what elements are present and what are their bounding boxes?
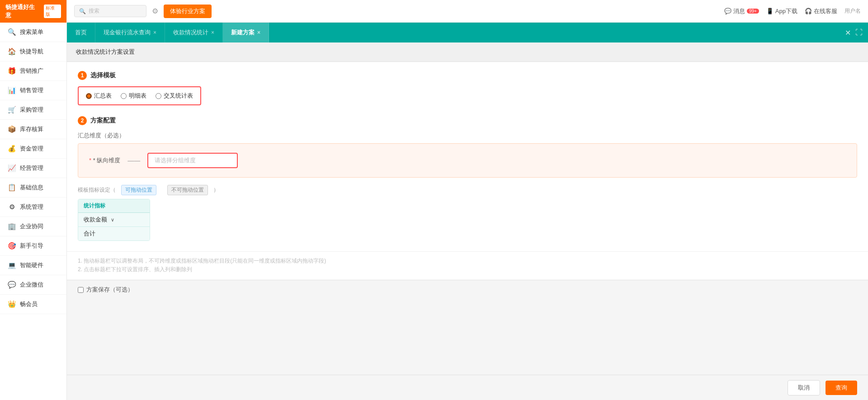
step2-title: 方案配置 <box>90 117 116 125</box>
metrics-row-0[interactable]: 收款金额 ∨ <box>78 213 150 227</box>
sidebar-item-label: 畅会员 <box>20 300 38 308</box>
no-drag-badge: 不可拖动位置 <box>167 185 208 195</box>
sidebar: 畅捷通好生意 标准版 🔍 搜索菜单 🏠 快捷导航 🎁 营销推广 📊 销售管理 🛒… <box>0 0 67 400</box>
metrics-row-1: 合计 <box>78 227 150 240</box>
metrics-hint: 模板指标设定（ 可拖动位置 不可拖动位置 ） <box>78 185 857 195</box>
message-btn[interactable]: 💬 消息 99+ <box>724 7 759 15</box>
metrics-row-1-label: 合计 <box>84 230 95 238</box>
metrics-header: 统计指标 <box>78 199 150 213</box>
dim-arrow: —— <box>127 157 140 164</box>
save-label: 方案保存（可选） <box>86 286 133 294</box>
metrics-row-0-label: 收款金额 <box>84 216 107 224</box>
sidebar-item-purchase[interactable]: 🛒 采购管理 <box>0 100 66 120</box>
step2-label: 2 方案配置 <box>78 116 857 125</box>
username-display: 用户名 <box>844 7 861 15</box>
radio-detail-label: 明细表 <box>129 92 146 100</box>
step1-label: 1 选择模板 <box>78 71 857 80</box>
building-icon: 🏢 <box>7 222 16 231</box>
sidebar-item-search-menu[interactable]: 🔍 搜索菜单 <box>0 23 66 42</box>
tab-new-plan-label: 新建方案 <box>231 28 255 37</box>
download-icon: 📱 <box>766 8 774 14</box>
tab-receipt-stats[interactable]: 收款情况统计 × <box>165 23 223 42</box>
app-label: App下载 <box>775 7 797 15</box>
save-checkbox-input[interactable] <box>78 287 84 293</box>
sidebar-item-enterprise[interactable]: 🏢 企业协同 <box>0 217 66 236</box>
crown-icon: 👑 <box>7 300 16 308</box>
tab-receipt-stats-close[interactable]: × <box>211 29 214 36</box>
metrics-chevron-icon[interactable]: ∨ <box>111 217 114 223</box>
clipboard-icon: 📋 <box>7 184 16 192</box>
search-menu-icon: 🔍 <box>7 28 16 36</box>
tabbar-controls: ✕ ⛶ <box>840 23 868 42</box>
sidebar-item-newbie[interactable]: 🎯 新手引导 <box>0 236 66 256</box>
vertical-dim-text: * 纵向维度 <box>93 157 121 164</box>
sidebar-item-marketing[interactable]: 🎁 营销推广 <box>0 61 66 81</box>
trial-btn[interactable]: 体验行业方案 <box>164 5 212 18</box>
sidebar-item-finance[interactable]: 💰 资金管理 <box>0 139 66 159</box>
query-button[interactable]: 查询 <box>826 381 857 395</box>
radio-detail-input[interactable] <box>121 93 127 99</box>
sidebar-item-operation[interactable]: 📈 经营管理 <box>0 159 66 178</box>
radio-summary[interactable]: 汇总表 <box>86 92 112 100</box>
tips-section: 1. 拖动标题栏可以调整布局，不可跨维度或指标区域拖动栏目段(只能在同一维度或指… <box>67 251 868 280</box>
content-area: 收款情况统计方案设置 1 选择模板 汇总表 <box>67 42 868 375</box>
sidebar-item-wechat[interactable]: 💬 企业微信 <box>0 275 66 295</box>
operation-icon: 📈 <box>7 164 16 172</box>
home-icon: 🏠 <box>7 47 16 56</box>
sidebar-item-inventory[interactable]: 📦 库存核算 <box>0 120 66 139</box>
step1-num: 1 <box>78 71 87 80</box>
radio-cross-input[interactable] <box>156 93 161 99</box>
sidebar-item-smart-hw[interactable]: 💻 智能硬件 <box>0 256 66 275</box>
sidebar-item-label: 企业微信 <box>20 281 43 289</box>
vertical-dim-label: * * 纵向维度 <box>89 156 120 165</box>
sidebar-item-label: 销售管理 <box>20 86 43 94</box>
radio-cross[interactable]: 交叉统计表 <box>156 92 193 100</box>
sidebar-item-label: 新手引导 <box>20 242 43 250</box>
sidebar-item-quick-nav[interactable]: 🏠 快捷导航 <box>0 42 66 61</box>
tab-home[interactable]: 首页 <box>67 23 95 42</box>
cancel-button[interactable]: 取消 <box>788 380 820 395</box>
sidebar-item-basic-info[interactable]: 📋 基础信息 <box>0 178 66 198</box>
box-icon: 📦 <box>7 125 16 133</box>
tab-cash-flow-close[interactable]: × <box>153 29 156 36</box>
drag-badge: 可拖动位置 <box>121 185 156 195</box>
dimension-area: * * 纵向维度 —— 请选择分组维度 <box>78 143 857 178</box>
target-icon: 🎯 <box>7 242 16 250</box>
expand-window-icon[interactable]: ⛶ <box>855 28 863 37</box>
step2-num: 2 <box>78 116 87 125</box>
sidebar-item-sales[interactable]: 📊 销售管理 <box>0 81 66 100</box>
search-box[interactable]: 🔍 搜索 <box>74 5 146 17</box>
online-service-btn[interactable]: 🎧 在线客服 <box>805 7 837 15</box>
radio-detail[interactable]: 明细表 <box>121 92 146 100</box>
radio-summary-label: 汇总表 <box>94 92 112 100</box>
save-section: 方案保存（可选） <box>67 280 868 299</box>
vertical-dim-row: * * 纵向维度 —— 请选择分组维度 <box>89 153 846 168</box>
step1-title: 选择模板 <box>90 71 116 80</box>
close-window-icon[interactable]: ✕ <box>845 28 851 37</box>
tab-new-plan[interactable]: 新建方案 × <box>223 23 269 42</box>
sidebar-item-member[interactable]: 👑 畅会员 <box>0 295 66 314</box>
chat-icon: 💬 <box>7 281 16 289</box>
save-checkbox-label[interactable]: 方案保存（可选） <box>78 286 133 294</box>
radio-summary-input[interactable] <box>86 93 92 99</box>
tab-receipt-stats-label: 收款情况统计 <box>173 28 208 37</box>
settings-icon[interactable]: ⚙ <box>152 7 158 15</box>
cart-icon: 🛒 <box>7 106 16 114</box>
summary-dim-label: 汇总维度（必选） <box>78 132 857 140</box>
message-badge: 99+ <box>747 9 759 14</box>
tabbar: 首页 现金银行流水查询 × 收款情况统计 × 新建方案 × ✕ ⛶ <box>67 23 868 42</box>
tab-cash-flow[interactable]: 现金银行流水查询 × <box>95 23 165 42</box>
app-download-btn[interactable]: 📱 App下载 <box>766 7 797 15</box>
logo-text: 畅捷通好生意 <box>5 3 40 19</box>
sidebar-item-label: 搜索菜单 <box>20 28 43 36</box>
page-title: 收款情况统计方案设置 <box>76 48 135 55</box>
template-selection-box: 汇总表 明细表 交叉统计表 <box>78 86 201 105</box>
topbar-left: 🔍 搜索 ⚙ 体验行业方案 <box>74 5 212 18</box>
tab-cash-flow-label: 现金银行流水查询 <box>104 28 151 37</box>
sidebar-item-label: 企业协同 <box>20 222 43 231</box>
step1-section: 1 选择模板 汇总表 明细表 <box>67 62 868 114</box>
sidebar-item-system[interactable]: ⚙ 系统管理 <box>0 198 66 217</box>
main-area: 🔍 搜索 ⚙ 体验行业方案 💬 消息 99+ 📱 App下载 🎧 在线客服 用户… <box>67 0 868 400</box>
dim-input[interactable]: 请选择分组维度 <box>147 153 238 168</box>
tab-new-plan-close[interactable]: × <box>257 29 260 36</box>
